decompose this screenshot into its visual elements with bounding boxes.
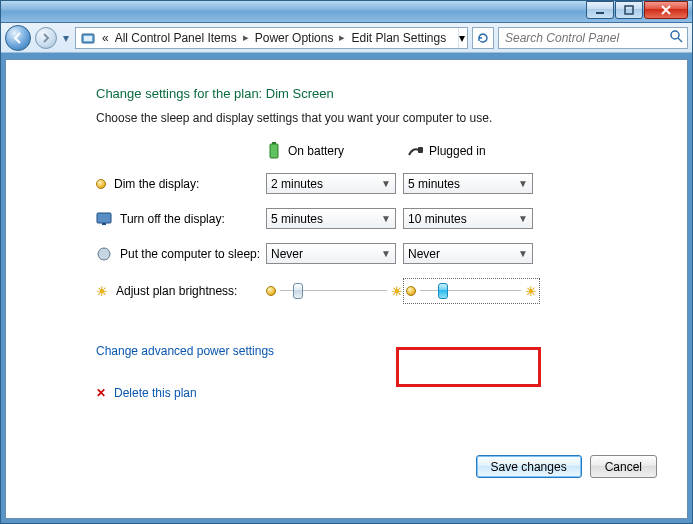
footer-buttons: Save changes Cancel xyxy=(476,455,657,478)
row-dim-display: Dim the display: 2 minutes▼ 5 minutes▼ xyxy=(96,173,667,194)
brightness-plugged-slider-group: ☀ xyxy=(403,278,540,304)
chevron-right-icon: ▸ xyxy=(243,31,249,44)
settings-grid: Dim the display: 2 minutes▼ 5 minutes▼ xyxy=(96,173,667,304)
dim-icon xyxy=(96,179,106,189)
brightness-high-icon: ☀ xyxy=(525,284,537,299)
save-button[interactable]: Save changes xyxy=(476,455,582,478)
svg-point-11 xyxy=(98,248,110,260)
address-field[interactable]: « All Control Panel Items ▸ Power Option… xyxy=(75,27,468,49)
breadcrumb-1[interactable]: All Control Panel Items xyxy=(115,31,237,45)
breadcrumb-root[interactable]: « xyxy=(102,31,109,45)
svg-line-5 xyxy=(678,38,682,42)
close-button[interactable] xyxy=(644,1,688,19)
column-headers: On battery Plugged in xyxy=(96,143,667,159)
dim-plugged-value: 5 minutes xyxy=(408,177,460,191)
chevron-down-icon: ▼ xyxy=(518,178,528,189)
cancel-button[interactable]: Cancel xyxy=(590,455,657,478)
col-header-battery: On battery xyxy=(266,143,403,159)
delete-icon: ✕ xyxy=(96,386,106,400)
maximize-button[interactable] xyxy=(615,1,643,19)
battery-icon xyxy=(266,143,282,159)
sleep-plugged-value: Never xyxy=(408,247,440,261)
off-battery-dropdown[interactable]: 5 minutes▼ xyxy=(266,208,396,229)
chevron-down-icon: ▼ xyxy=(518,248,528,259)
svg-rect-0 xyxy=(596,12,604,14)
breadcrumb-3[interactable]: Edit Plan Settings xyxy=(351,31,446,45)
sun-icon: ☀ xyxy=(96,284,108,299)
back-button[interactable] xyxy=(5,25,31,51)
delete-plan-link[interactable]: ✕ Delete this plan xyxy=(96,386,667,400)
content-area: Change settings for the plan: Dim Screen… xyxy=(5,59,688,519)
minimize-button[interactable] xyxy=(586,1,614,19)
dim-battery-value: 2 minutes xyxy=(271,177,323,191)
titlebar xyxy=(1,1,692,23)
off-plugged-value: 10 minutes xyxy=(408,212,467,226)
dim-plugged-dropdown[interactable]: 5 minutes▼ xyxy=(403,173,533,194)
brightness-battery-slider-group: ☀ xyxy=(266,281,403,301)
search-field[interactable] xyxy=(498,27,688,49)
row-label-off: Turn off the display: xyxy=(120,212,225,226)
svg-rect-8 xyxy=(418,147,423,153)
monitor-icon xyxy=(96,211,112,227)
brightness-low-icon xyxy=(266,286,276,296)
delete-plan-label: Delete this plan xyxy=(114,386,197,400)
svg-point-4 xyxy=(671,31,679,39)
row-turn-off-display: Turn off the display: 5 minutes▼ 10 minu… xyxy=(96,208,667,229)
col-header-battery-label: On battery xyxy=(288,144,344,158)
slider-thumb[interactable] xyxy=(438,283,448,299)
row-label-dim: Dim the display: xyxy=(114,177,199,191)
address-bar: ▾ « All Control Panel Items ▸ Power Opti… xyxy=(1,23,692,53)
row-label-brightness: Adjust plan brightness: xyxy=(116,284,237,298)
brightness-plugged-slider[interactable] xyxy=(420,281,521,301)
window: ▾ « All Control Panel Items ▸ Power Opti… xyxy=(0,0,693,524)
dim-battery-dropdown[interactable]: 2 minutes▼ xyxy=(266,173,396,194)
address-dropdown[interactable]: ▾ xyxy=(458,28,465,48)
control-panel-icon xyxy=(80,30,96,46)
svg-rect-9 xyxy=(97,213,111,223)
svg-rect-1 xyxy=(625,6,633,14)
sleep-battery-dropdown[interactable]: Never▼ xyxy=(266,243,396,264)
sleep-plugged-dropdown[interactable]: Never▼ xyxy=(403,243,533,264)
chevron-down-icon: ▼ xyxy=(381,248,391,259)
page-subtitle: Choose the sleep and display settings th… xyxy=(96,111,667,125)
svg-rect-3 xyxy=(84,36,92,41)
svg-rect-7 xyxy=(272,142,276,144)
brightness-low-icon xyxy=(406,286,416,296)
refresh-button[interactable] xyxy=(472,27,494,49)
forward-button[interactable] xyxy=(35,27,57,49)
slider-thumb[interactable] xyxy=(293,283,303,299)
col-header-plugged-label: Plugged in xyxy=(429,144,486,158)
advanced-settings-link[interactable]: Change advanced power settings xyxy=(96,344,667,358)
nav-history-dropdown[interactable]: ▾ xyxy=(61,31,71,45)
svg-rect-10 xyxy=(102,223,106,225)
off-battery-value: 5 minutes xyxy=(271,212,323,226)
plug-icon xyxy=(407,143,423,159)
brightness-high-icon: ☀ xyxy=(391,284,403,299)
search-input[interactable] xyxy=(503,30,665,46)
off-plugged-dropdown[interactable]: 10 minutes▼ xyxy=(403,208,533,229)
moon-icon xyxy=(96,246,112,262)
search-icon xyxy=(669,29,683,46)
caption-buttons xyxy=(585,1,688,19)
chevron-down-icon: ▼ xyxy=(381,178,391,189)
chevron-right-icon: ▸ xyxy=(339,31,345,44)
brightness-battery-slider[interactable] xyxy=(280,281,387,301)
row-sleep: Put the computer to sleep: Never▼ Never▼ xyxy=(96,243,667,264)
col-header-plugged: Plugged in xyxy=(407,143,544,159)
chevron-down-icon: ▼ xyxy=(518,213,528,224)
row-brightness: ☀ Adjust plan brightness: ☀ xyxy=(96,278,667,304)
sleep-battery-value: Never xyxy=(271,247,303,261)
chevron-down-icon: ▼ xyxy=(381,213,391,224)
page-title: Change settings for the plan: Dim Screen xyxy=(96,86,667,101)
svg-rect-6 xyxy=(270,144,278,158)
row-label-sleep: Put the computer to sleep: xyxy=(120,247,260,261)
breadcrumb-2[interactable]: Power Options xyxy=(255,31,334,45)
